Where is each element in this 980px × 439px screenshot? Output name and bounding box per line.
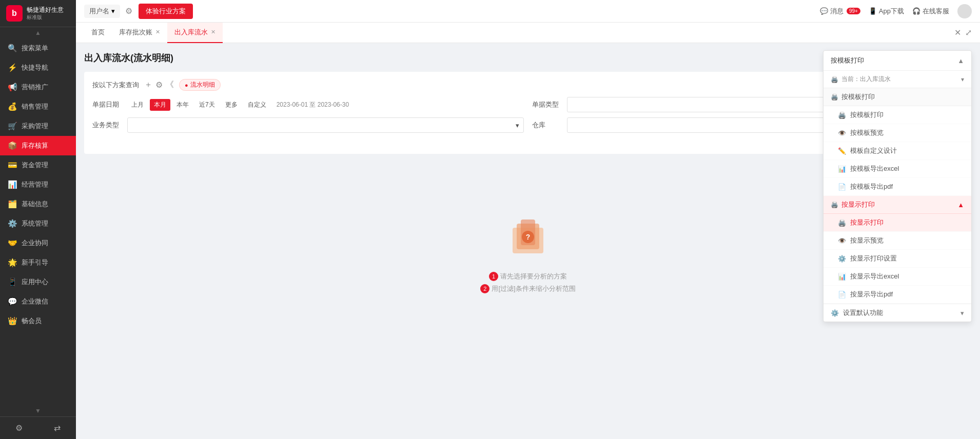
tab-close-batch-ledger[interactable]: ✕: [155, 29, 160, 35]
voucher-type-label: 单据类型: [532, 100, 563, 109]
item-icon-display-print-settings: ⚙️: [838, 255, 846, 263]
date-tab-custom[interactable]: 自定义: [244, 99, 270, 111]
sidebar-icon-inventory: 📦: [7, 141, 17, 150]
sidebar-item-operations[interactable]: 📊 经营管理: [0, 175, 76, 194]
active-filter-tag[interactable]: ● 流水明细: [179, 79, 221, 91]
dropdown-item-display-export-pdf[interactable]: 📄 按显示导出pdf: [824, 286, 971, 304]
tab-label-home: 首页: [91, 28, 105, 37]
item-label-template-export-excel: 按模板导出excel: [850, 164, 899, 173]
sidebar-item-system[interactable]: ⚙️ 系统管理: [0, 214, 76, 233]
item-icon-display-export-pdf: 📄: [838, 291, 846, 298]
tab-batch-ledger[interactable]: 库存批次账✕: [112, 23, 167, 43]
sidebar: b 畅捷通好生意 标准版 ▲ 🔍 搜索菜单 ⚡ 快捷导航 📢 营销推广 💰 销售…: [0, 0, 76, 439]
add-filter-btn[interactable]: ＋: [144, 79, 152, 90]
dropdown-item-display-print-item[interactable]: 🖨️ 按显示打印: [824, 214, 971, 232]
app-download-action[interactable]: 📱 App下载: [869, 7, 904, 16]
sidebar-item-member[interactable]: 👑 畅会员: [0, 311, 76, 331]
dropdown-item-template-export-excel[interactable]: 📊 按模板导出excel: [824, 160, 971, 178]
trial-btn[interactable]: 体验行业方案: [139, 4, 193, 19]
date-tab-current-month[interactable]: 本月: [150, 99, 170, 111]
item-icon-template-export-excel: 📊: [838, 165, 846, 173]
sidebar-item-search[interactable]: 🔍 搜索菜单: [0, 38, 76, 58]
dropdown-item-display-export-excel[interactable]: 📊 按显示导出excel: [824, 268, 971, 286]
window-close-btn[interactable]: ✕: [954, 28, 961, 37]
date-tab-more[interactable]: 更多: [221, 99, 242, 111]
dropdown-footer-set-default[interactable]: ⚙️ 设置默认功能 ▾: [824, 304, 971, 322]
tab-flow[interactable]: 出入库流水✕: [167, 23, 223, 43]
sidebar-item-quick-nav[interactable]: ⚡ 快捷导航: [0, 58, 76, 77]
sidebar-label-system: 系统管理: [22, 219, 48, 228]
sidebar-scroll-up[interactable]: ▲: [0, 27, 76, 38]
sidebar-logo: b 畅捷通好生意 标准版: [0, 0, 76, 27]
sidebar-label-purchase: 采购管理: [22, 122, 48, 131]
footer-label: 设置默认功能: [843, 308, 883, 317]
dropdown-item-template-print-item[interactable]: 🖨️ 按模板打印: [824, 106, 971, 124]
dropdown-item-template-preview[interactable]: 👁️ 按模板预览: [824, 124, 971, 142]
dropdown-header: 按模板打印 ▲: [824, 51, 971, 71]
sidebar-label-quick-nav: 快捷导航: [22, 63, 48, 72]
hint-num-1: 1: [489, 272, 498, 281]
sidebar-label-operations: 经营管理: [22, 180, 48, 189]
sidebar-icon-cooperation: 🤝: [7, 238, 17, 248]
top-header: 用户名 ▾ ⚙ 体验行业方案 💬 消息 99+ 📱 App下载 🎧 在线客服: [76, 0, 980, 23]
dropdown-item-template-custom[interactable]: ✏️ 模板自定义设计: [824, 142, 971, 160]
business-type-select[interactable]: ▾: [127, 117, 524, 133]
dropdown-section-header-display-print[interactable]: 🖨️ 按显示打印 ▲: [824, 196, 971, 214]
sidebar-item-cooperation[interactable]: 🤝 企业协同: [0, 233, 76, 253]
sidebar-icon-sales: 💰: [7, 102, 17, 111]
settings-bottom-btn[interactable]: ⚙: [11, 421, 27, 435]
online-service-action[interactable]: 🎧 在线客服: [912, 7, 949, 16]
date-tabs: 上月本月本年近7天更多自定义: [127, 99, 270, 111]
collapse-sidebar-btn[interactable]: ⇄: [50, 421, 65, 435]
sidebar-icon-base: 🗂️: [7, 199, 17, 209]
sidebar-icon-wechat: 💬: [7, 297, 17, 306]
user-selector[interactable]: 用户名 ▾: [84, 5, 120, 18]
sidebar-item-finance[interactable]: 💳 资金管理: [0, 155, 76, 175]
sidebar-item-purchase[interactable]: 🛒 采购管理: [0, 116, 76, 136]
date-tab-prev-month[interactable]: 上月: [127, 99, 148, 111]
dropdown-close-icon[interactable]: ▲: [957, 57, 964, 65]
dropdown-current: 🖨️ 当前：出入库流水 ▾: [824, 71, 971, 88]
item-icon-template-print-item: 🖨️: [838, 111, 846, 119]
dropdown-item-template-export-pdf[interactable]: 📄 按模板导出pdf: [824, 178, 971, 196]
current-icon: 🖨️: [831, 76, 838, 83]
date-tab-current-year[interactable]: 本年: [172, 99, 193, 111]
sidebar-item-base[interactable]: 🗂️ 基础信息: [0, 194, 76, 214]
tab-label-batch-ledger: 库存批次账: [119, 28, 152, 37]
date-field-label: 单据日期: [92, 100, 123, 109]
current-label: 🖨️ 当前：出入库流水: [831, 75, 891, 84]
sidebar-item-wechat[interactable]: 💬 企业微信: [0, 292, 76, 311]
message-icon: 💬: [820, 7, 828, 15]
filter-tag-icon: ●: [185, 82, 188, 88]
filter-tag-label: 流水明细: [190, 81, 215, 89]
sidebar-icon-search: 🔍: [7, 44, 17, 53]
sidebar-icon-operations: 📊: [7, 180, 17, 189]
sidebar-item-apps[interactable]: 📱 应用中心: [0, 272, 76, 292]
dropdown-item-display-preview[interactable]: 👁️ 按显示预览: [824, 232, 971, 250]
service-icon: 🎧: [912, 7, 920, 15]
sidebar-item-guide[interactable]: 🌟 新手引导: [0, 253, 76, 272]
tab-close-flow[interactable]: ✕: [211, 29, 215, 35]
sidebar-item-marketing[interactable]: 📢 营销推广: [0, 77, 76, 97]
messages-action[interactable]: 💬 消息 99+: [820, 7, 860, 16]
sidebar-scroll-down[interactable]: ▼: [0, 405, 76, 416]
sidebar-icon-system: ⚙️: [7, 219, 17, 228]
avatar[interactable]: [957, 4, 972, 18]
section-chevron-display-print: ▲: [957, 201, 964, 209]
item-label-template-preview: 按模板预览: [850, 128, 884, 137]
sidebar-item-inventory[interactable]: 📦 库存核算: [0, 136, 76, 155]
header-settings-icon[interactable]: ⚙: [125, 6, 132, 16]
sidebar-label-base: 基础信息: [22, 199, 48, 209]
item-icon-display-print-item: 🖨️: [838, 219, 846, 227]
item-label-display-export-excel: 按显示导出excel: [850, 272, 899, 281]
tab-home[interactable]: 首页: [84, 23, 112, 43]
header-left: 用户名 ▾ ⚙ 体验行业方案: [84, 4, 820, 19]
date-tab-recent7[interactable]: 近7天: [195, 99, 219, 111]
collapse-filter-icon[interactable]: 《: [166, 79, 174, 90]
sidebar-label-wechat: 企业微信: [22, 297, 48, 306]
settings-filter-btn[interactable]: ⚙: [155, 80, 163, 90]
sidebar-item-sales[interactable]: 💰 销售管理: [0, 97, 76, 116]
dropdown-item-display-print-settings[interactable]: ⚙️ 按显示打印设置: [824, 250, 971, 268]
item-label-template-custom: 模板自定义设计: [850, 146, 897, 155]
window-expand-btn[interactable]: ⤢: [965, 28, 972, 37]
